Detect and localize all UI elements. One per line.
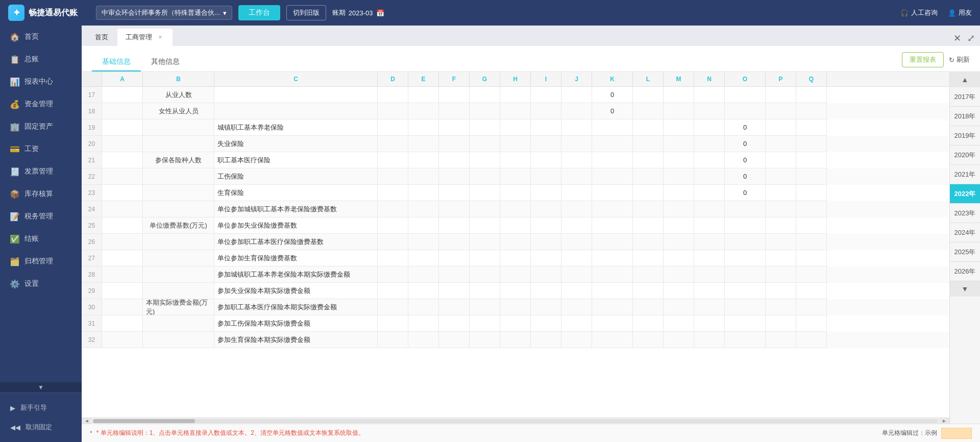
cell-23-e[interactable]: [408, 185, 439, 201]
cell-22-b[interactable]: [143, 168, 214, 185]
cell-26-a[interactable]: [102, 234, 143, 250]
year-scroll-up[interactable]: ▲: [950, 72, 980, 87]
cell-26-d[interactable]: [378, 234, 408, 250]
cell-26-q[interactable]: [796, 234, 827, 250]
cell-21-l[interactable]: [633, 152, 664, 168]
cell-18-l[interactable]: [633, 103, 664, 119]
user-avatar[interactable]: 👤 用友: [948, 8, 972, 17]
cell-22-n[interactable]: [694, 168, 725, 185]
year-2021[interactable]: 2021年: [950, 165, 980, 184]
cell-25-f[interactable]: [439, 217, 470, 234]
cell-17-n[interactable]: [694, 87, 725, 103]
cell-20-j[interactable]: [561, 136, 592, 152]
reset-report-button[interactable]: 重置报表: [902, 52, 944, 67]
cell-19-h[interactable]: [500, 119, 531, 136]
cell-17-f[interactable]: [439, 87, 470, 103]
cell-20-h[interactable]: [500, 136, 531, 152]
cell-30-o[interactable]: [725, 299, 766, 315]
cell-28-e[interactable]: [408, 266, 439, 283]
cell-26-j[interactable]: [561, 234, 592, 250]
cell-27-n[interactable]: [694, 250, 725, 266]
cell-31-d[interactable]: [378, 315, 408, 332]
cell-21-n[interactable]: [694, 152, 725, 168]
calendar-icon[interactable]: 📅: [376, 9, 384, 17]
cell-19-i[interactable]: [531, 119, 561, 136]
cell-21-g[interactable]: [470, 152, 500, 168]
cell-23-n[interactable]: [694, 185, 725, 201]
cell-31-g[interactable]: [470, 315, 500, 332]
scroll-track[interactable]: [93, 419, 938, 423]
cell-19-j[interactable]: [561, 119, 592, 136]
cell-28-c[interactable]: 参加城镇职工基本养老保险本期实际缴费金额: [214, 266, 378, 283]
cell-19-n[interactable]: [694, 119, 725, 136]
cell-30-l[interactable]: [633, 299, 664, 315]
cell-30-g[interactable]: [470, 299, 500, 315]
cell-32-g[interactable]: [470, 332, 500, 348]
cell-31-c[interactable]: 参加工伤保险本期实际缴费金额: [214, 315, 378, 332]
cell-21-d[interactable]: [378, 152, 408, 168]
cell-28-n[interactable]: [694, 266, 725, 283]
cell-32-b[interactable]: [143, 332, 214, 348]
cell-24-c[interactable]: 单位参加城镇职工基本养老保险缴费基数: [214, 201, 378, 217]
cell-18-o[interactable]: [725, 103, 766, 119]
cell-27-q[interactable]: [796, 250, 827, 266]
cell-25-d[interactable]: [378, 217, 408, 234]
cell-18-q[interactable]: [796, 103, 827, 119]
cell-18-m[interactable]: [664, 103, 694, 119]
cell-32-n[interactable]: [694, 332, 725, 348]
cell-17-m[interactable]: [664, 87, 694, 103]
year-2020[interactable]: 2020年: [950, 145, 980, 165]
cell-31-n[interactable]: [694, 315, 725, 332]
cell-20-d[interactable]: [378, 136, 408, 152]
cell-31-b[interactable]: [143, 315, 214, 332]
cell-26-n[interactable]: [694, 234, 725, 250]
cell-30-p[interactable]: [766, 299, 796, 315]
year-2017[interactable]: 2017年: [950, 87, 980, 107]
cell-21-f[interactable]: [439, 152, 470, 168]
cell-28-h[interactable]: [500, 266, 531, 283]
cell-30-d[interactable]: [378, 299, 408, 315]
sidebar-item-ledger[interactable]: 📋 总账: [0, 48, 82, 70]
cell-30-h[interactable]: [500, 299, 531, 315]
cell-32-k[interactable]: [592, 332, 633, 348]
cell-26-k[interactable]: [592, 234, 633, 250]
cell-26-o[interactable]: [725, 234, 766, 250]
cell-32-o[interactable]: [725, 332, 766, 348]
cell-18-i[interactable]: [531, 103, 561, 119]
sidebar-item-asset[interactable]: 🏢 固定资产: [0, 115, 82, 138]
cell-24-j[interactable]: [561, 201, 592, 217]
cell-19-k[interactable]: [592, 119, 633, 136]
cell-30-j[interactable]: [561, 299, 592, 315]
cell-31-q[interactable]: [796, 315, 827, 332]
cell-25-q[interactable]: [796, 217, 827, 234]
cell-29-d[interactable]: [378, 283, 408, 299]
cell-24-d[interactable]: [378, 201, 408, 217]
cell-17-o[interactable]: [725, 87, 766, 103]
cell-20-g[interactable]: [470, 136, 500, 152]
cell-29-f[interactable]: [439, 283, 470, 299]
cell-21-a[interactable]: [102, 152, 143, 168]
cell-25-i[interactable]: [531, 217, 561, 234]
cell-29-k[interactable]: [592, 283, 633, 299]
cell-29-q[interactable]: [796, 283, 827, 299]
sidebar-item-tax[interactable]: 📝 税务管理: [0, 205, 82, 228]
cell-24-b[interactable]: [143, 201, 214, 217]
company-selector[interactable]: 中审众环会计师事务所（特殊普通合伙... ▾: [96, 6, 232, 20]
cell-23-h[interactable]: [500, 185, 531, 201]
cell-27-p[interactable]: [766, 250, 796, 266]
cell-29-h[interactable]: [500, 283, 531, 299]
cell-27-m[interactable]: [664, 250, 694, 266]
cell-27-o[interactable]: [725, 250, 766, 266]
cell-29-o[interactable]: [725, 283, 766, 299]
cell-29-b[interactable]: [143, 283, 214, 299]
cell-17-a[interactable]: [102, 87, 143, 103]
cell-24-o[interactable]: [725, 201, 766, 217]
cell-32-e[interactable]: [408, 332, 439, 348]
cell-29-i[interactable]: [531, 283, 561, 299]
cell-30-q[interactable]: [796, 299, 827, 315]
cell-23-d[interactable]: [378, 185, 408, 201]
cell-24-a[interactable]: [102, 201, 143, 217]
cell-24-m[interactable]: [664, 201, 694, 217]
cell-25-l[interactable]: [633, 217, 664, 234]
cell-25-m[interactable]: [664, 217, 694, 234]
